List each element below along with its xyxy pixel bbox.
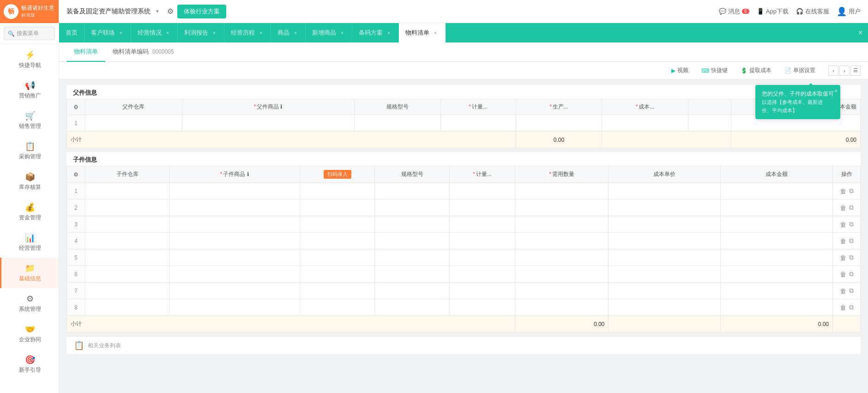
child-qty-6[interactable] xyxy=(515,266,608,283)
system-dropdown-icon[interactable]: ▼ xyxy=(155,9,160,14)
scan-input-button[interactable]: 扫码录入 xyxy=(324,170,351,179)
child-spec-8[interactable] xyxy=(375,299,450,316)
child-unit-cost-3[interactable] xyxy=(609,216,721,233)
child-unit-6[interactable] xyxy=(450,266,515,283)
parent-prod-1[interactable] xyxy=(516,115,602,132)
child-product-1[interactable] xyxy=(169,183,300,200)
child-unit-7[interactable] xyxy=(450,283,515,299)
sidebar-item-basic-info[interactable]: 📁 基础信息 xyxy=(0,258,59,288)
tab-operation[interactable]: 经营情况 × xyxy=(131,23,178,42)
child-unit-5[interactable] xyxy=(450,249,515,266)
tab-customer-close[interactable]: × xyxy=(118,30,124,36)
child-unit-cost-6[interactable] xyxy=(609,266,721,283)
app-download-button[interactable]: 📱 App下载 xyxy=(757,7,789,16)
child-th-settings[interactable]: ⚙ xyxy=(67,166,85,183)
child-spec-3[interactable] xyxy=(375,216,450,233)
list-view-button[interactable]: ☰ xyxy=(850,66,861,76)
sidebar-item-operations[interactable]: 📊 经营管理 xyxy=(0,227,59,258)
sidebar-item-sales[interactable]: 🛒 销售管理 xyxy=(0,105,59,136)
sidebar-item-quick-nav[interactable]: ⚡ 快捷导航 xyxy=(0,44,59,75)
child-qty-4[interactable] xyxy=(515,233,608,249)
tab-history[interactable]: 经营历程 × xyxy=(224,23,271,42)
delete-icon-6[interactable]: 🗑 xyxy=(840,271,846,278)
sidebar-item-finance[interactable]: 💰 资金管理 xyxy=(0,197,59,227)
parent-product-1[interactable] xyxy=(182,115,354,132)
sidebar-item-inventory[interactable]: 📦 库存核算 xyxy=(0,166,59,197)
child-unit-4[interactable] xyxy=(450,233,515,249)
tab-profit[interactable]: 利润报告 × xyxy=(178,23,224,42)
child-qty-8[interactable] xyxy=(515,299,608,316)
global-close-button[interactable]: × xyxy=(853,29,868,37)
message-button[interactable]: 💬 消息 6 xyxy=(719,7,749,16)
copy-icon-7[interactable]: ⧉ xyxy=(849,287,854,295)
child-scan-1[interactable] xyxy=(300,183,375,200)
child-product-2[interactable] xyxy=(169,200,300,216)
parent-spec-1[interactable] xyxy=(354,115,440,132)
child-scan-2[interactable] xyxy=(300,200,375,216)
delete-icon-7[interactable]: 🗑 xyxy=(840,287,846,295)
child-product-5[interactable] xyxy=(169,249,300,266)
child-qty-7[interactable] xyxy=(515,283,608,299)
child-spec-2[interactable] xyxy=(375,200,450,216)
user-menu-button[interactable]: 👤 用户 xyxy=(837,6,861,17)
sidebar-item-purchase[interactable]: 📋 采购管理 xyxy=(0,136,59,166)
child-unit-cost-8[interactable] xyxy=(609,299,721,316)
child-unit-8[interactable] xyxy=(450,299,515,316)
delete-icon-1[interactable]: 🗑 xyxy=(840,187,846,195)
settings-icon[interactable]: ⚙ xyxy=(167,7,174,16)
child-warehouse-4[interactable] xyxy=(85,233,169,249)
child-product-7[interactable] xyxy=(169,283,300,299)
child-qty-3[interactable] xyxy=(515,216,608,233)
copy-icon-6[interactable]: ⧉ xyxy=(849,270,854,278)
child-scan-8[interactable] xyxy=(300,299,375,316)
view-video-button[interactable]: ▶ 视频 xyxy=(668,65,692,76)
child-unit-cost-4[interactable] xyxy=(609,233,721,249)
delete-icon-8[interactable]: 🗑 xyxy=(840,304,846,311)
child-product-3[interactable] xyxy=(169,216,300,233)
tab-new-goods-close[interactable]: × xyxy=(339,30,345,36)
child-product-4[interactable] xyxy=(169,233,300,249)
child-product-8[interactable] xyxy=(169,299,300,316)
sub-tab-bom-list[interactable]: 物料清单 xyxy=(66,42,105,62)
tab-operation-close[interactable]: × xyxy=(164,30,171,36)
tab-goods[interactable]: 商品 × xyxy=(271,23,306,42)
child-warehouse-8[interactable] xyxy=(85,299,169,316)
child-unit-cost-7[interactable] xyxy=(609,283,721,299)
child-scan-5[interactable] xyxy=(300,249,375,266)
child-spec-4[interactable] xyxy=(375,233,450,249)
child-warehouse-6[interactable] xyxy=(85,266,169,283)
trial-button[interactable]: 体验行业方案 xyxy=(177,5,226,18)
single-setting-button[interactable]: 📄 单据设置 xyxy=(781,65,819,76)
online-service-button[interactable]: 🎧 在线客服 xyxy=(796,7,829,16)
child-warehouse-5[interactable] xyxy=(85,249,169,266)
sidebar-item-system[interactable]: ⚙ 系统管理 xyxy=(0,288,59,319)
tab-customer[interactable]: 客户联络 × xyxy=(84,23,131,42)
delete-icon-4[interactable]: 🗑 xyxy=(840,237,846,245)
delete-icon-2[interactable]: 🗑 xyxy=(840,204,846,212)
child-unit-cost-5[interactable] xyxy=(609,249,721,266)
child-spec-7[interactable] xyxy=(375,283,450,299)
child-spec-5[interactable] xyxy=(375,249,450,266)
child-qty-2[interactable] xyxy=(515,200,608,216)
shortcut-key-button[interactable]: ⌨ 快捷键 xyxy=(698,65,731,76)
child-warehouse-7[interactable] xyxy=(85,283,169,299)
sidebar-item-guide[interactable]: 🎯 新手引导 xyxy=(0,349,59,380)
extract-cost-button[interactable]: 💲 提取成本 xyxy=(737,65,775,76)
copy-icon-8[interactable]: ⧉ xyxy=(849,303,854,311)
parent-warehouse-1[interactable] xyxy=(85,115,182,132)
parent-th-settings[interactable]: ⚙ xyxy=(67,99,85,115)
child-unit-cost-2[interactable] xyxy=(609,200,721,216)
child-warehouse-3[interactable] xyxy=(85,216,169,233)
child-warehouse-2[interactable] xyxy=(85,200,169,216)
tab-barcode[interactable]: 条码方案 × xyxy=(352,23,399,42)
copy-icon-5[interactable]: ⧉ xyxy=(849,254,854,261)
tab-bom[interactable]: 物料清单 × xyxy=(399,23,446,42)
parent-cost-1[interactable] xyxy=(602,115,688,132)
copy-icon-2[interactable]: ⧉ xyxy=(849,204,854,212)
next-page-button[interactable]: › xyxy=(839,66,850,76)
child-unit-cost-1[interactable] xyxy=(609,183,721,200)
tab-profit-close[interactable]: × xyxy=(211,30,217,36)
search-menu-button[interactable]: 🔍 搜索菜单 xyxy=(4,27,55,40)
tab-barcode-close[interactable]: × xyxy=(386,30,392,36)
child-unit-1[interactable] xyxy=(450,183,515,200)
